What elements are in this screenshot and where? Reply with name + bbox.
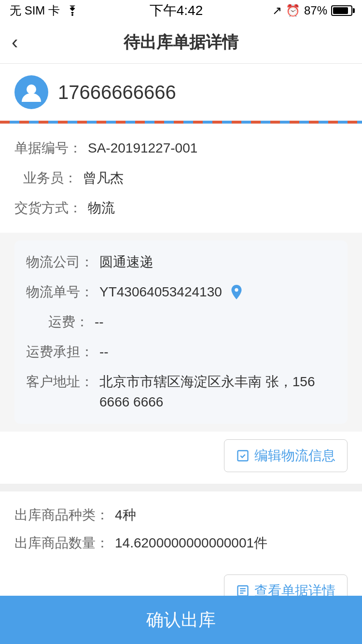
logistics-freight-row: 运费： -- [26,312,336,332]
status-right: ↗ ⏰ 87% [272,4,352,17]
logistics-company-value: 圆通速递 [99,252,336,272]
logistics-address-label: 客户地址： [26,372,94,392]
wifi-icon [65,5,80,16]
goods-quantity-row: 出库商品数量： 14.6200000000000001件 [14,534,348,552]
edit-btn-container: 编辑物流信息 [0,432,362,484]
goods-types-label: 出库商品种类： [14,506,109,524]
svg-rect-2 [238,451,248,461]
logistics-freight-value: -- [95,312,336,332]
delivery-value: 物流 [88,198,348,218]
carrier-label: 无 SIM 卡 [10,3,60,18]
goods-quantity-label: 出库商品数量： [14,534,109,552]
battery-percent: 87% [304,4,327,17]
avatar-icon [20,81,43,104]
alarm-indicator: ⏰ [286,4,300,17]
goods-types-row: 出库商品种类： 4种 [14,506,348,524]
status-bar: 无 SIM 卡 下午4:42 ↗ ⏰ 87% [0,0,362,21]
logistics-freight-label: 运费： [26,312,89,332]
salesperson-value: 曾凡杰 [83,168,348,188]
logistics-address-row: 客户地址： 北京市市辖区海淀区永丰南 张，156 6666 6666 [26,372,336,412]
logistics-tracking-value: YT43064053424130 [99,282,336,302]
doc-number-label: 单据编号： [14,138,82,158]
logistics-company-label: 物流公司： [26,252,94,272]
edit-logistics-label: 编辑物流信息 [254,447,335,465]
logistics-tracking-row: 物流单号： YT43064053424130 [26,282,336,302]
edit-logistics-button[interactable]: 编辑物流信息 [224,439,348,472]
delivery-row: 交货方式： 物流 [14,198,348,218]
back-button[interactable]: ‹ [12,31,18,53]
confirm-button[interactable]: 确认出库 [0,596,362,644]
logistics-address-value: 北京市市辖区海淀区永丰南 张，156 6666 6666 [99,372,336,412]
battery-icon [331,5,352,16]
logistics-card: 物流公司： 圆通速递 物流单号： YT43064053424130 运费： --… [14,240,348,424]
logistics-tracking-label: 物流单号： [26,282,94,302]
battery-fill [333,7,348,14]
status-left: 无 SIM 卡 [10,3,80,18]
logistics-freight-bearer-label: 运费承担： [26,342,94,362]
salesperson-row: 业务员： 曾凡杰 [14,168,348,188]
logistics-freight-bearer-row: 运费承担： -- [26,342,336,362]
section-divider [0,484,362,491]
salesperson-label: 业务员： [14,168,77,188]
svg-point-1 [27,84,36,94]
svg-point-0 [71,14,73,16]
doc-number-value: SA-20191227-001 [88,138,348,158]
delivery-label: 交货方式： [14,198,82,218]
user-phone: 17666666666 [58,82,176,103]
logistics-freight-bearer-value: -- [99,342,336,362]
tracking-location-icon[interactable] [228,283,245,301]
user-header: 17666666666 [0,64,362,121]
document-info-section: 单据编号： SA-20191227-001 业务员： 曾凡杰 交货方式： 物流 [0,124,362,233]
nav-title: 待出库单据详情 [124,31,238,54]
location-indicator: ↗ [272,4,282,17]
status-time: 下午4:42 [150,1,203,20]
goods-types-value: 4种 [115,506,136,524]
confirm-btn-label: 确认出库 [146,608,216,632]
goods-quantity-value: 14.6200000000000001件 [115,534,267,552]
user-avatar [14,75,48,109]
doc-number-row: 单据编号： SA-20191227-001 [14,138,348,158]
edit-icon [236,449,250,462]
nav-bar: ‹ 待出库单据详情 [0,21,362,64]
logistics-company-row: 物流公司： 圆通速递 [26,252,336,272]
goods-section: 出库商品种类： 4种 出库商品数量： 14.6200000000000001件 [0,491,362,567]
